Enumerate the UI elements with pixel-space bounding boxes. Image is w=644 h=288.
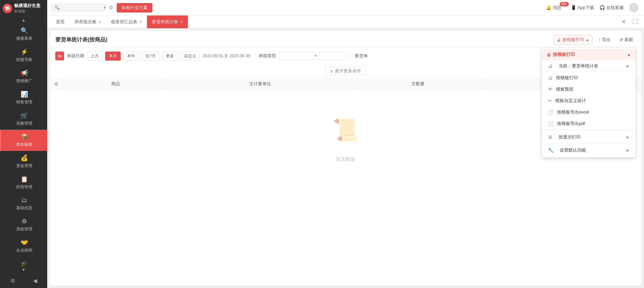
export-label: 导出 (602, 37, 611, 43)
sidebar-item-system[interactable]: ⚙ 系统管理 (0, 214, 47, 235)
date-custom-btn[interactable]: 自定义 (180, 52, 200, 61)
topbar-search-box[interactable]: 🔍 ▼ (51, 4, 105, 11)
th-unit-label: 主计量单位 (249, 81, 271, 86)
trial-button[interactable]: 体验行业方案 (117, 3, 152, 12)
tab-batch-account[interactable]: 库存批次账 × (70, 15, 106, 28)
date-current-month-btn[interactable]: 本月 (105, 52, 121, 61)
sidebar-item-inventory[interactable]: 📦 库存核算 (0, 130, 47, 151)
date-more-btn[interactable]: 更多 (162, 52, 178, 61)
sidebar-item-shortcut[interactable]: ⚡ 快捷导航 (0, 45, 47, 66)
template-print-button[interactable]: 🖨 按模板打印 ▲ (554, 35, 592, 44)
dropdown-item-3[interactable]: 📄 按模板导出excel (542, 106, 636, 118)
dropdown-item-4-icon: 📄 (548, 121, 554, 126)
refresh-button[interactable]: ↺ 刷新 (617, 35, 636, 44)
dropdown-item-3-icon: 📄 (548, 109, 554, 115)
dropdown-item-4[interactable]: 📄 按模板导出pdf (542, 118, 636, 129)
dropdown-title: 按模板打印 (553, 52, 575, 58)
scroll-up-arrow[interactable]: ▲ (0, 17, 47, 24)
sidebar-item-label: 销售管理 (16, 99, 32, 105)
sidebar-item-search[interactable]: 🔍 搜索菜单 (0, 24, 47, 45)
tab-close-collect[interactable]: × (139, 20, 142, 24)
dropdown-item-2-icon: ✏ (548, 98, 552, 103)
app-download-item[interactable]: 📱 App下载 (571, 5, 594, 11)
sidebar-item-label: 快捷导航 (16, 57, 32, 63)
tab-close-batch[interactable]: × (98, 20, 101, 24)
dropdown-item-1[interactable]: 👁 模板预览 (542, 84, 636, 95)
topbar-right-area: 🔔 消息 99+ 📱 App下载 🎧 在线客服 (546, 3, 640, 12)
dropdown-current-icon: 🖨 (548, 63, 553, 69)
sidebar-item-sales[interactable]: 📊 销售管理 (0, 87, 47, 108)
tab-close-order[interactable]: × (180, 20, 183, 24)
dropdown-divider-1 (542, 130, 636, 131)
dropdown-header[interactable]: 🖨 按模板打印 ▲ (542, 49, 636, 60)
th-product: 商品 (63, 78, 168, 90)
sidebar-item-label: 库存核算 (16, 142, 32, 148)
column-settings-icon[interactable]: ⚙ (54, 81, 59, 87)
tab-close-all-icon[interactable]: ✕ (619, 18, 628, 26)
date-prev-month-btn[interactable]: 上月 (87, 52, 103, 61)
dropdown-item-2[interactable]: ✏ 模板自定义设计 (542, 95, 636, 106)
th-quantity: 主数量 (352, 78, 484, 90)
money-icon: 💰 (21, 154, 28, 162)
bell-icon: 🔔 (546, 5, 551, 10)
app-badge: 标准版 (14, 9, 40, 13)
tab-order-stats[interactable]: 要货单统计表 × (147, 15, 188, 28)
dropdown-item-3-label: 按模板导出excel (557, 109, 589, 115)
chart-icon: 📊 (21, 91, 28, 98)
home-tab-label: 首页 (56, 19, 65, 25)
type-select[interactable]: ▼ (279, 52, 346, 60)
dropdown-chevron-icon: ▲ (627, 52, 631, 57)
settings-icon[interactable]: ⚙ (8, 276, 18, 285)
sidebar-item-marketing[interactable]: 📢 营销推广 (0, 66, 47, 87)
tab-collect-summary[interactable]: 收发存汇总表 × (106, 15, 147, 28)
gear-icon: ⚙ (22, 218, 27, 225)
message-badge: 99+ (560, 2, 569, 6)
dropdown-item-1-icon: 👁 (548, 87, 553, 92)
avatar (629, 3, 639, 12)
export-button[interactable]: ↑ 导出 (596, 35, 614, 44)
app-download-label: App下载 (578, 5, 594, 11)
scroll-down-arrow[interactable]: ▼ (0, 266, 47, 273)
search-input[interactable] (61, 5, 101, 10)
graduate-icon: 🎓 (21, 260, 28, 266)
date-filter-label: 单据日期 (67, 53, 84, 59)
logo-icon: 畅 (3, 4, 12, 13)
filter-expand-button[interactable]: ≫ (55, 52, 64, 60)
dropdown-divider-2 (542, 143, 636, 144)
date-this-year-btn[interactable]: 本年 (123, 52, 139, 61)
dropdown-display-print[interactable]: 🖥 按显示打印 ▶ (542, 131, 636, 143)
tab-batch-label: 库存批次账 (75, 19, 96, 25)
search-chevron-icon[interactable]: ▼ (103, 5, 107, 10)
type-select-chevron: ▼ (314, 54, 343, 58)
sidebar-item-management[interactable]: 📋 经营管理 (0, 172, 47, 193)
app-logo: 畅 畅康通好生意 标准版 (0, 0, 47, 17)
dropdown-set-default[interactable]: 🔧 设置默认功能 ▶ (542, 145, 636, 156)
topbar-gear-icon[interactable]: ⚙ (109, 4, 113, 11)
sidebar-item-purchase[interactable]: 🛒 采购管理 (0, 108, 47, 130)
date-7days-btn[interactable]: 近7天 (142, 52, 159, 61)
dropdown-item-0[interactable]: 🖨 按模板打印 (542, 72, 636, 84)
search-small-icon: 🔍 (54, 5, 60, 10)
tabbar-right: ✕ ⛶ (619, 18, 640, 26)
sidebar-item-basics[interactable]: 🗂 基础信息 (0, 193, 47, 214)
sidebar-item-collab[interactable]: 🤝 企业协同 (0, 235, 47, 257)
message-item[interactable]: 🔔 消息 99+ (546, 5, 565, 11)
tab-expand-icon[interactable]: ⛶ (631, 18, 640, 26)
expand-more-button[interactable]: ∨ 展开更多条件 (325, 67, 366, 75)
th-product-label: 商品 (111, 81, 120, 86)
sidebar-item-guide[interactable]: 🎓 新手引导 (0, 257, 47, 266)
collapse-icon[interactable]: ◀ (30, 276, 40, 285)
online-service-item[interactable]: 🎧 在线客服 (599, 5, 624, 11)
th-settings[interactable]: ⚙ (50, 78, 63, 90)
empty-text: 暂无数据 (336, 156, 355, 162)
dropdown-current-item[interactable]: 🖨 当前：要货单统计表 ▶ (542, 60, 636, 72)
export-icon: ↑ (598, 37, 601, 42)
user-avatar-item[interactable] (629, 3, 640, 12)
filter-separator-2 (350, 53, 351, 59)
tab-home[interactable]: 首页 (51, 15, 70, 28)
sidebar-item-label: 资金管理 (16, 163, 32, 169)
dropdown-items-section: 🖨 按模板打印 👁 模板预览 ✏ 模板自定义设计 📄 (542, 72, 636, 130)
sidebar-item-label: 企业协同 (16, 248, 32, 253)
sidebar-item-finance[interactable]: 💰 资金管理 (0, 151, 47, 172)
tab-order-label: 要货单统计表 (152, 19, 178, 25)
